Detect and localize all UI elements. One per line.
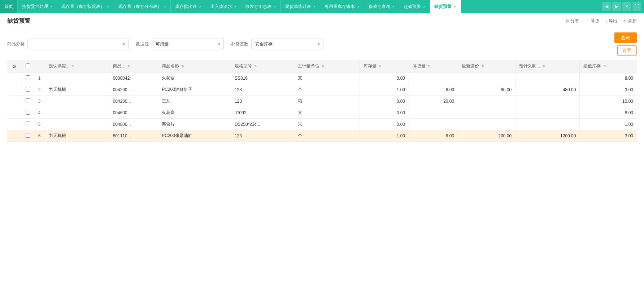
replenish-label: 补货 xyxy=(591,18,599,24)
row-gear-cell xyxy=(7,107,22,119)
replenish-sort-icon: ⇅ xyxy=(428,65,431,68)
settings-button[interactable]: 设置 xyxy=(617,45,637,56)
row-stock: 0.00 xyxy=(360,119,409,130)
tab-batch-account[interactable]: 库存批次账 × xyxy=(171,0,206,13)
row-replenish: 6.00 xyxy=(409,130,458,142)
row-replenish xyxy=(409,107,458,119)
col-goods-code[interactable]: 商品... ⇅ xyxy=(109,60,158,72)
row-checkbox-5[interactable] xyxy=(26,133,30,138)
row-checkbox-4[interactable] xyxy=(26,122,30,126)
row-spec: 123 xyxy=(231,84,294,96)
tab-defect-handling[interactable]: 拣货异常处理 × xyxy=(18,0,57,13)
row-goods-code: 004800... xyxy=(109,119,158,130)
stock-sort-icon: ⇅ xyxy=(379,65,382,68)
row-checkbox-0[interactable] xyxy=(26,75,30,80)
col-goods-name[interactable]: 商品名称 ⇅ xyxy=(158,60,231,72)
shortage-table: ⚙ 默认供应... ⇅ 商品... ⇅ 商品名称 xyxy=(7,60,637,142)
header-actions: ⎘ 分享 ＋ 补货 ↓ 导出 ↻ 刷新 xyxy=(566,18,637,24)
row-checkbox-cell[interactable] xyxy=(22,130,34,142)
replenish-action[interactable]: ＋ 补货 xyxy=(585,18,599,24)
tab-shortage-warning[interactable]: 缺货预警 × xyxy=(430,0,461,13)
row-latest-price: 80.00 xyxy=(458,84,515,96)
category-select[interactable] xyxy=(27,39,129,49)
row-checkbox-cell[interactable] xyxy=(22,84,34,96)
datasource-select-wrapper: 可用量 ▼ xyxy=(152,39,224,49)
datasource-select[interactable]: 可用量 xyxy=(152,39,224,49)
tab-expiry-query[interactable]: 保质期查询 × xyxy=(364,0,399,13)
tab-available-ledger[interactable]: 可用量库存账本 × xyxy=(320,0,364,13)
col-replenish[interactable]: 补货量 ⇅ xyxy=(409,60,458,72)
tab-collect-summary-close[interactable]: × xyxy=(274,4,276,9)
row-estimated-purchase xyxy=(515,96,580,107)
replenish-base-value: 安全库存 xyxy=(255,41,273,47)
col-supplier[interactable]: 默认供应... ⇅ xyxy=(45,60,109,72)
row-estimated-purchase: 1200.00 xyxy=(515,130,580,142)
category-select-wrapper: ▼ xyxy=(27,39,129,49)
row-number: 5 xyxy=(34,119,45,130)
tab-home[interactable]: 首页 xyxy=(0,0,18,13)
tab-shortage-warning-close[interactable]: × xyxy=(454,4,456,9)
nav-next-btn[interactable]: ▶ xyxy=(612,2,621,11)
tab-overstock-warning[interactable]: 超储预警 × xyxy=(399,0,430,13)
replenish-base-filter-group: 补货基数 安全库存 ▼ xyxy=(231,39,323,49)
table-row: 3 004200... 三九 123 箱 0.00 20.00 10.00 xyxy=(7,96,637,107)
row-checkbox-cell[interactable] xyxy=(22,72,34,84)
col-latest-price[interactable]: 最新进价 ⇅ xyxy=(458,60,515,72)
tab-inventory-dist-close[interactable]: × xyxy=(164,4,166,9)
goods-name-sort-icon: ⇅ xyxy=(182,65,184,68)
tab-expiry-query-label: 保质期查询 xyxy=(369,4,390,10)
tab-batch-account-close[interactable]: × xyxy=(199,4,201,9)
datasource-value: 可用量 xyxy=(156,41,169,47)
col-unit[interactable]: 主计量单位 ⇅ xyxy=(294,60,360,72)
row-supplier xyxy=(45,96,109,107)
row-checkbox-2[interactable] xyxy=(26,98,30,103)
nav-prev-btn[interactable]: ◀ xyxy=(602,2,611,11)
share-action[interactable]: ⎘ 分享 xyxy=(566,18,579,24)
gear-icon[interactable]: ⚙ xyxy=(12,63,17,69)
row-stock: 0.00 xyxy=(360,96,409,107)
row-gear-cell xyxy=(7,84,22,96)
tab-inventory-status-close[interactable]: × xyxy=(107,4,109,9)
category-label: 商品分类 xyxy=(7,41,25,47)
refresh-action[interactable]: ↻ 刷新 xyxy=(623,18,637,24)
tab-defect-handling-label: 拣货异常处理 xyxy=(22,4,48,10)
row-stock: -1.00 xyxy=(360,130,409,142)
tab-overstock-warning-close[interactable]: × xyxy=(423,4,425,9)
col-stock[interactable]: 库存量 ⇅ xyxy=(360,60,409,72)
row-checkbox-cell[interactable] xyxy=(22,119,34,130)
row-goods-code: 004600... xyxy=(109,107,158,119)
tab-inventory-status[interactable]: 现存量（库存状况表） × xyxy=(57,0,114,13)
col-spec[interactable]: 规格型号 ⇅ xyxy=(231,60,294,72)
tab-requisition-stat-close[interactable]: × xyxy=(313,4,316,9)
tab-expiry-query-close[interactable]: × xyxy=(392,4,395,9)
tab-collect-summary[interactable]: 收发存汇总表 × xyxy=(241,0,280,13)
row-number: 6 xyxy=(34,130,45,142)
col-gear[interactable]: ⚙ xyxy=(7,60,22,72)
tab-requisition-stat[interactable]: 要货单统计表 × xyxy=(281,0,320,13)
row-checkbox-3[interactable] xyxy=(26,110,30,115)
replenish-base-select[interactable]: 安全库存 xyxy=(251,39,323,49)
tab-inventory-dist[interactable]: 现存量（库存分布表） × xyxy=(114,0,171,13)
col-estimated-purchase[interactable]: 预计采购... ⇅ xyxy=(515,60,580,72)
row-unit: 个 xyxy=(294,130,360,142)
col-min-stock[interactable]: 最低库存 ⇅ xyxy=(580,60,637,72)
table-row: 5 004800... 离合片 DS250*23c... 只 0.00 1.00 xyxy=(7,119,637,130)
query-button[interactable]: 查询 xyxy=(614,32,637,43)
row-gear-cell xyxy=(7,119,22,130)
row-replenish: 6.00 xyxy=(409,84,458,96)
tab-defect-handling-close[interactable]: × xyxy=(50,4,52,9)
tab-in-out-flow-close[interactable]: × xyxy=(234,4,236,9)
tab-in-out-flow-label: 出入库流水 xyxy=(210,4,232,10)
row-checkbox-cell[interactable] xyxy=(22,107,34,119)
nav-fullscreen-btn[interactable]: ⛶ xyxy=(632,2,641,11)
replenish-base-label: 补货基数 xyxy=(231,41,248,47)
export-action[interactable]: ↓ 导出 xyxy=(605,18,617,24)
tab-available-ledger-close[interactable]: × xyxy=(357,4,359,9)
row-checkbox-cell[interactable] xyxy=(22,96,34,107)
row-goods-name: PC200油缸缸子 xyxy=(158,84,231,96)
row-stock: 0.00 xyxy=(360,107,409,119)
nav-close-btn[interactable]: × xyxy=(622,2,631,11)
row-checkbox-1[interactable] xyxy=(26,87,30,92)
tab-in-out-flow[interactable]: 出入库流水 × xyxy=(206,0,241,13)
select-all-checkbox[interactable] xyxy=(26,63,30,68)
